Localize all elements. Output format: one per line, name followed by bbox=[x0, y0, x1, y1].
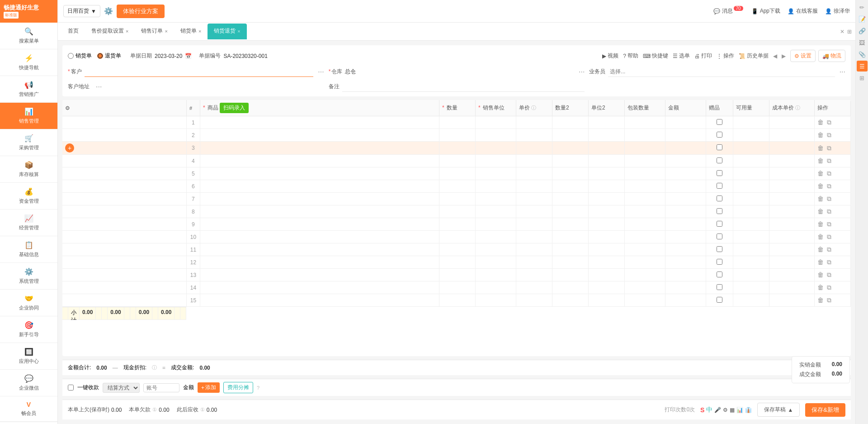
row-qty[interactable] bbox=[439, 243, 476, 256]
row-unit[interactable] bbox=[476, 243, 516, 256]
account-method-select[interactable]: 结算方式 bbox=[103, 383, 140, 393]
copy-row-icon[interactable]: ⧉ bbox=[827, 170, 831, 177]
maximize-tab-icon[interactable]: ⊞ bbox=[847, 29, 852, 35]
row-amount[interactable] bbox=[665, 256, 706, 269]
delete-row-icon[interactable]: 🗑 bbox=[817, 195, 824, 202]
row-available[interactable] bbox=[733, 218, 769, 231]
warehouse-picker-icon[interactable]: ··· bbox=[579, 68, 585, 76]
row-product[interactable] bbox=[200, 142, 439, 155]
delete-row-icon[interactable]: 🗑 bbox=[817, 246, 824, 253]
row-unit[interactable] bbox=[476, 281, 516, 294]
col-gear-icon[interactable]: ⚙ bbox=[65, 105, 70, 111]
customer-input[interactable] bbox=[85, 67, 314, 77]
delete-row-icon[interactable]: 🗑 bbox=[817, 284, 824, 291]
sidebar-item-ops[interactable]: 📈 经营管理 bbox=[0, 210, 57, 236]
delete-row-icon[interactable]: 🗑 bbox=[817, 296, 824, 304]
row-available[interactable] bbox=[733, 129, 769, 142]
row-price[interactable] bbox=[516, 269, 552, 281]
row-unit2[interactable] bbox=[589, 218, 625, 231]
row-unit2[interactable] bbox=[589, 205, 625, 218]
gift-checkbox[interactable] bbox=[717, 170, 722, 176]
row-qty[interactable] bbox=[439, 129, 476, 142]
row-qty[interactable] bbox=[439, 256, 476, 269]
tab-home[interactable]: 首页 bbox=[61, 24, 85, 39]
row-unit[interactable] bbox=[476, 231, 516, 243]
row-unit[interactable] bbox=[476, 116, 516, 129]
copy-row-icon[interactable]: ⧉ bbox=[827, 182, 831, 190]
row-unit2[interactable] bbox=[589, 256, 625, 269]
gift-checkbox[interactable] bbox=[717, 132, 722, 138]
copy-row-icon[interactable]: ⧉ bbox=[827, 284, 831, 291]
row-pkg-qty[interactable] bbox=[625, 129, 665, 142]
sidebar-item-purchase[interactable]: 🛒 采购管理 bbox=[0, 129, 57, 156]
row-qty2[interactable] bbox=[552, 256, 589, 269]
row-pkg-qty[interactable] bbox=[625, 218, 665, 231]
sidebar-item-search[interactable]: 🔍 搜索菜单 bbox=[0, 23, 57, 49]
gift-checkbox[interactable] bbox=[717, 195, 722, 201]
customer-addr-picker-icon[interactable]: ··· bbox=[96, 83, 102, 91]
row-qty[interactable] bbox=[439, 294, 476, 307]
save-draft-button[interactable]: 保存草稿 ▲ bbox=[757, 403, 800, 417]
row-qty2[interactable] bbox=[552, 231, 589, 243]
row-qty2[interactable] bbox=[552, 294, 589, 307]
row-cost-price[interactable] bbox=[769, 205, 815, 218]
gift-checkbox[interactable] bbox=[717, 284, 722, 290]
row-unit2[interactable] bbox=[589, 155, 625, 167]
row-amount[interactable] bbox=[665, 294, 706, 307]
industry-selector[interactable]: 日用百货 ▼ bbox=[63, 5, 100, 17]
prev-history-icon[interactable]: ◀ bbox=[773, 53, 777, 59]
gift-checkbox[interactable] bbox=[717, 297, 722, 303]
row-qty2[interactable] bbox=[552, 142, 589, 155]
sidebar-item-appstore[interactable]: 🔲 应用中心 bbox=[0, 343, 57, 370]
row-price[interactable] bbox=[516, 180, 552, 193]
row-pkg-qty[interactable] bbox=[625, 281, 665, 294]
radio-return-input[interactable] bbox=[97, 53, 103, 59]
radio-sale-bill[interactable]: 销货单 bbox=[68, 52, 92, 60]
row-cost-price[interactable] bbox=[769, 193, 815, 205]
row-unit2[interactable] bbox=[589, 167, 625, 180]
row-qty2[interactable] bbox=[552, 218, 589, 231]
row-unit[interactable] bbox=[476, 142, 516, 155]
gift-checkbox[interactable] bbox=[717, 259, 722, 265]
copy-row-icon[interactable]: ⧉ bbox=[827, 208, 831, 215]
row-price[interactable] bbox=[516, 243, 552, 256]
row-product[interactable] bbox=[200, 180, 439, 193]
copy-row-icon[interactable]: ⧉ bbox=[827, 258, 831, 266]
row-product[interactable] bbox=[200, 167, 439, 180]
row-available[interactable] bbox=[733, 142, 769, 155]
tab-sales-order[interactable]: 销售订单 × bbox=[135, 24, 174, 39]
delete-row-icon[interactable]: 🗑 bbox=[817, 170, 824, 177]
tab-sales-delivery-close[interactable]: × bbox=[198, 29, 201, 34]
row-amount[interactable] bbox=[665, 180, 706, 193]
right-panel-note[interactable]: 📝 bbox=[857, 14, 868, 24]
row-amount[interactable] bbox=[665, 142, 706, 155]
gift-checkbox[interactable] bbox=[717, 183, 722, 189]
row-price[interactable] bbox=[516, 281, 552, 294]
row-cost-price[interactable] bbox=[769, 142, 815, 155]
row-pkg-qty[interactable] bbox=[625, 294, 665, 307]
row-product[interactable] bbox=[200, 218, 439, 231]
row-price[interactable] bbox=[516, 218, 552, 231]
row-available[interactable] bbox=[733, 281, 769, 294]
row-pkg-qty[interactable] bbox=[625, 243, 665, 256]
row-unit[interactable] bbox=[476, 294, 516, 307]
delete-row-icon[interactable]: 🗑 bbox=[817, 233, 824, 240]
gift-checkbox[interactable] bbox=[717, 272, 722, 277]
tab-sales-return-close[interactable]: × bbox=[237, 29, 240, 34]
row-unit2[interactable] bbox=[589, 116, 625, 129]
row-amount[interactable] bbox=[665, 243, 706, 256]
row-amount[interactable] bbox=[665, 116, 706, 129]
copy-row-icon[interactable]: ⧉ bbox=[827, 195, 831, 202]
row-available[interactable] bbox=[733, 294, 769, 307]
user-avatar[interactable]: 👤 徐泽华 bbox=[825, 7, 850, 15]
row-pkg-qty[interactable] bbox=[625, 205, 665, 218]
copy-row-icon[interactable]: ⧉ bbox=[827, 271, 831, 278]
row-pkg-qty[interactable] bbox=[625, 231, 665, 243]
row-pkg-qty[interactable] bbox=[625, 155, 665, 167]
row-price[interactable] bbox=[516, 155, 552, 167]
row-amount[interactable] bbox=[665, 281, 706, 294]
tab-sales-order-close[interactable]: × bbox=[165, 29, 167, 34]
gift-checkbox[interactable] bbox=[717, 144, 722, 150]
gift-checkbox[interactable] bbox=[717, 233, 722, 239]
right-panel-attach[interactable]: 📎 bbox=[857, 49, 868, 60]
